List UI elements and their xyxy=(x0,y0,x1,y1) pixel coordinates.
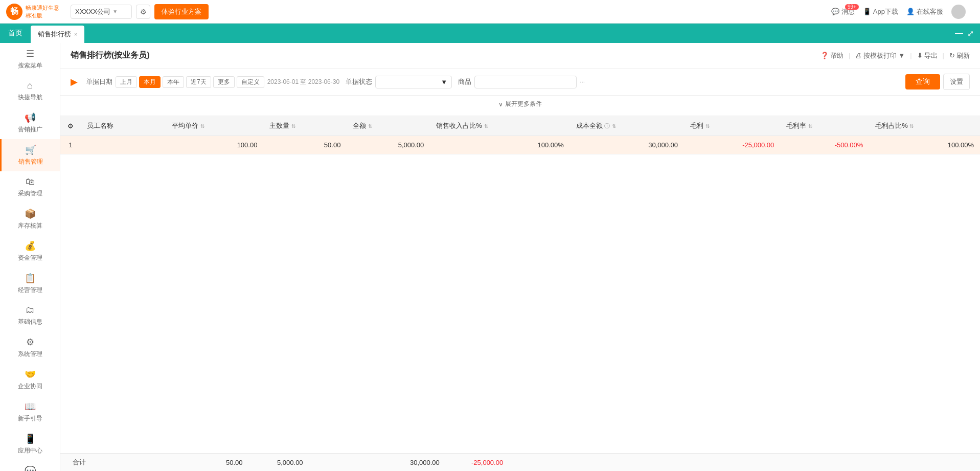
sidebar-item-finance[interactable]: 💰 资金管理 xyxy=(0,235,60,267)
expand-toggle[interactable]: ▶ xyxy=(71,76,78,87)
filter-right: 查询 设置 xyxy=(905,74,970,90)
sidebar-item-app-center[interactable]: 📱 应用中心 xyxy=(0,428,60,460)
sidebar-item-guide[interactable]: 📖 新手引导 xyxy=(0,396,60,428)
main-qty-sort-icon[interactable]: ⇅ xyxy=(291,123,295,129)
date-label: 单据日期 xyxy=(86,77,112,86)
column-settings-icon[interactable]: ⚙ xyxy=(67,122,74,130)
date-btn-custom[interactable]: 自定义 xyxy=(237,76,264,88)
sidebar-item-basic-info[interactable]: 🗂 基础信息 xyxy=(0,300,60,331)
gross-rate-sort-icon[interactable]: ⇅ xyxy=(808,123,812,129)
amount-sort-icon[interactable]: ⇅ xyxy=(368,123,372,129)
rank-cell: 1 xyxy=(60,136,81,154)
message-button[interactable]: 💬 消息 99+ xyxy=(831,7,855,16)
company-selector[interactable]: XXXXX公司 ▼ xyxy=(71,5,132,19)
date-btn-last-month[interactable]: 上月 xyxy=(116,76,137,88)
tab-right-actions: — ⤢ xyxy=(955,24,980,43)
sales-pct-cell: 100.00% xyxy=(430,136,569,154)
sidebar-item-wechat[interactable]: 💬 企业微信 xyxy=(0,460,60,471)
sidebar-item-search-order[interactable]: ☰ 搜索菜单 xyxy=(0,43,60,75)
tab-maximize-button[interactable]: ⤢ xyxy=(967,29,974,38)
gross-pct-cell: 100.00% xyxy=(869,136,980,154)
filter-settings-button[interactable]: 设置 xyxy=(943,74,970,90)
sidebar-label-cooperation: 企业协同 xyxy=(18,382,42,391)
query-button[interactable]: 查询 xyxy=(905,74,940,89)
print-button[interactable]: 🖨 按模板打印 ▼ xyxy=(855,51,905,60)
content-area: 销售排行榜(按业务员) ❓ 帮助 | 🖨 按模板打印 ▼ | ⬇ 导出 | xyxy=(60,43,980,471)
logo-line2: 标准版 xyxy=(26,12,59,19)
logo-line1: 畅康通好生意 xyxy=(26,4,59,11)
app-download-button[interactable]: 📱 App下载 xyxy=(863,7,898,16)
table-body: 1100.0050.005,000.00100.00%30,000.00-25,… xyxy=(60,136,980,154)
export-icon: ⬇ xyxy=(917,52,923,59)
date-btn-last-7days[interactable]: 近7天 xyxy=(186,76,211,88)
tab-sales-ranking[interactable]: 销售排行榜 × xyxy=(31,26,84,43)
sidebar-item-operations[interactable]: 📋 经营管理 xyxy=(0,267,60,300)
sidebar-label-basic-info: 基础信息 xyxy=(18,318,42,326)
table-container: ⚙ 员工名称 平均单价 ⇅ 主数量 ⇅ xyxy=(60,116,980,453)
col-name-label: 员工名称 xyxy=(87,122,113,129)
sidebar-item-purchase[interactable]: 🛍 采购管理 xyxy=(0,171,60,203)
gross-pct-sort-icon[interactable]: ⇅ xyxy=(909,123,914,129)
tab-active-label: 销售排行榜 xyxy=(38,30,71,39)
date-buttons: 上月 本月 本年 近7天 更多 自定义 xyxy=(116,76,264,88)
col-gross-pct-label: 毛利占比% xyxy=(875,122,908,129)
avg-price-sort-icon[interactable]: ⇅ xyxy=(200,123,204,129)
footer-cells: 合计 50.00 5,000.00 30,000.00 -25,000.00 xyxy=(66,458,974,467)
help-icon: ❓ xyxy=(821,52,829,59)
settings-icon[interactable]: ⚙ xyxy=(136,5,150,19)
sales-pct-sort-icon[interactable]: ⇅ xyxy=(484,123,488,129)
gross-sort-icon[interactable]: ⇅ xyxy=(705,123,710,129)
cost-sort-icon[interactable]: ⇅ xyxy=(612,123,616,129)
col-amount-label: 全额 xyxy=(353,122,366,129)
online-service-button[interactable]: 👤 在线客服 xyxy=(906,7,943,16)
table-footer: 合计 50.00 5,000.00 30,000.00 -25,000.00 xyxy=(60,453,980,471)
avg-price-cell: 100.00 xyxy=(166,136,263,154)
help-button[interactable]: ❓ 帮助 xyxy=(821,51,844,60)
sidebar-item-marketing[interactable]: 📢 营销推广 xyxy=(0,107,60,139)
th-gross-pct: 毛利占比% ⇅ xyxy=(869,116,980,136)
th-cost: 成本全额 ⓘ ⇅ xyxy=(570,116,684,136)
sidebar-label-inventory: 库存核算 xyxy=(18,221,42,230)
footer-cost-amount: 30,000.00 xyxy=(404,459,465,466)
sidebar-label-operations: 经营管理 xyxy=(18,286,42,295)
name-cell xyxy=(81,136,166,154)
date-btn-this-month[interactable]: 本月 xyxy=(139,76,161,88)
status-filter: 单据状态 ▼ xyxy=(346,76,452,88)
tab-close-icon[interactable]: × xyxy=(74,31,77,37)
th-sales-pct: 销售收入占比% ⇅ xyxy=(430,116,569,136)
operations-icon: 📋 xyxy=(25,273,36,284)
filter-bar: ▶ 单据日期 上月 本月 本年 近7天 更多 自定义 2023-06-01 至 … xyxy=(60,69,980,96)
sidebar-item-sales[interactable]: 🛒 销售管理 xyxy=(0,139,60,171)
tab-home[interactable]: 首页 xyxy=(0,24,31,43)
col-cost-label: 成本全额 xyxy=(576,122,603,129)
goods-more-icon[interactable]: ··· xyxy=(580,78,585,85)
wechat-icon: 💬 xyxy=(25,465,36,471)
sidebar-item-inventory[interactable]: 📦 库存核算 xyxy=(0,203,60,235)
cost-info-icon[interactable]: ⓘ xyxy=(604,123,610,129)
avatar[interactable] xyxy=(951,5,966,19)
sidebar-item-quick-nav[interactable]: ⌂ 快捷导航 xyxy=(0,75,60,107)
expand-more-label: 展开更多条件 xyxy=(505,100,542,108)
gross-cell: -25,000.00 xyxy=(684,136,780,154)
sidebar-item-system[interactable]: ⚙ 系统管理 xyxy=(0,331,60,364)
sidebar-item-cooperation[interactable]: 🤝 企业协同 xyxy=(0,364,60,396)
col-gross-rate-label: 毛利率 xyxy=(786,122,806,129)
help-label: 帮助 xyxy=(830,51,844,60)
tab-minimize-button[interactable]: — xyxy=(955,29,963,38)
print-label: 按模板打印 xyxy=(863,51,897,60)
industry-button[interactable]: 体验行业方案 xyxy=(154,4,209,19)
goods-input[interactable] xyxy=(474,76,577,88)
export-label: 导出 xyxy=(924,51,938,60)
col-gross-label: 毛利 xyxy=(690,122,703,129)
company-name: XXXXX公司 xyxy=(75,7,110,16)
expand-more-button[interactable]: ∨ 展开更多条件 xyxy=(494,98,546,110)
refresh-button[interactable]: ↻ 刷新 xyxy=(949,51,970,60)
date-btn-more[interactable]: 更多 xyxy=(213,76,235,88)
status-select[interactable]: ▼ xyxy=(375,76,452,88)
basic-info-icon: 🗂 xyxy=(26,305,35,316)
export-button[interactable]: ⬇ 导出 xyxy=(917,51,938,60)
footer-amount: 5,000.00 xyxy=(271,459,332,466)
sidebar-label-finance: 资金管理 xyxy=(18,254,42,262)
col-sales-pct-label: 销售收入占比% xyxy=(436,122,482,129)
date-btn-this-year[interactable]: 本年 xyxy=(163,76,184,88)
